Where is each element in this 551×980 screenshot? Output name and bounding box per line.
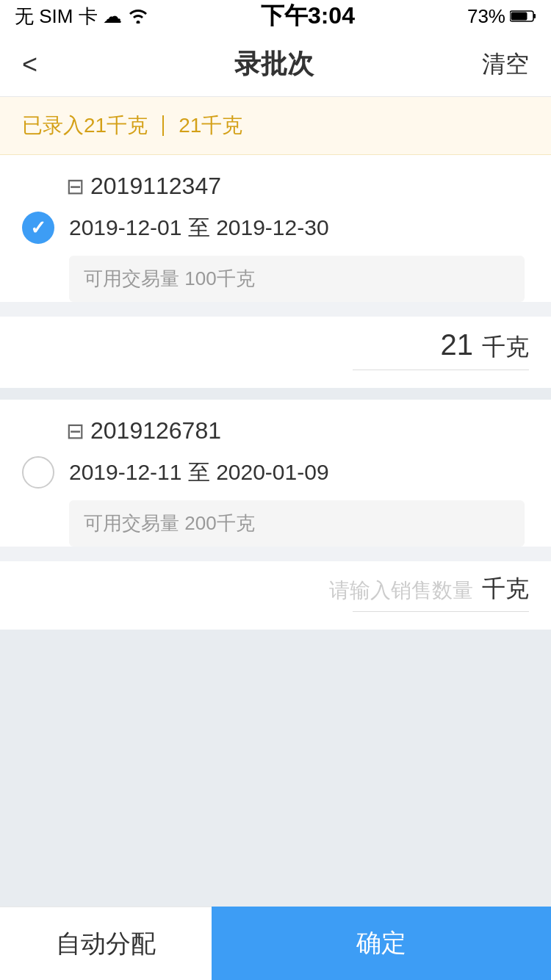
svg-rect-2	[511, 12, 527, 21]
status-left: 无 SIM 卡 ☁	[15, 4, 148, 29]
wifi-icon	[128, 9, 148, 24]
status-right: 73%	[467, 5, 536, 28]
batch-date-row-2[interactable]: 2019-12-11 至 2020-01-09	[22, 456, 529, 489]
card-divider	[0, 388, 551, 400]
status-time: 下午3:04	[261, 0, 355, 32]
battery-icon	[510, 10, 536, 23]
status-bar: 无 SIM 卡 ☁ 下午3:04 73%	[0, 0, 551, 32]
page-title: 录批次	[234, 46, 314, 82]
recorded-value: 21千克	[179, 112, 242, 140]
svg-rect-1	[533, 14, 536, 18]
batch-date-row-1[interactable]: ✓ 2019-12-01 至 2019-12-30	[22, 212, 529, 244]
batch-id-2: 2019126781	[90, 417, 221, 444]
quantity-display-1: 21 千克	[22, 328, 529, 364]
recorded-label: 已录入21千克	[22, 112, 148, 140]
quantity-unit-1: 千克	[482, 331, 529, 364]
quantity-input-2[interactable]	[267, 576, 473, 603]
sim-label: 无 SIM 卡 ☁	[15, 4, 122, 29]
available-row-1: 可用交易量 100千克	[69, 256, 529, 302]
radio-checked-1[interactable]: ✓	[22, 212, 54, 244]
input-quantity-row-2: 千克	[0, 561, 551, 630]
available-row-2: 可用交易量 200千克	[69, 500, 529, 547]
battery-percent: 73%	[467, 5, 505, 28]
quantity-container-1: 21 千克	[0, 317, 551, 388]
batch-item-2: ⊟ 2019126781 2019-12-11 至 2020-01-09 可用交…	[0, 400, 551, 547]
radio-unchecked-2[interactable]	[22, 456, 54, 489]
batch-item-1: ⊟ 2019112347 ✓ 2019-12-01 至 2019-12-30 可…	[0, 155, 551, 302]
available-box-2: 可用交易量 200千克	[69, 500, 525, 547]
batch-date-2: 2019-12-11 至 2020-01-09	[69, 458, 329, 488]
available-box-1: 可用交易量 100千克	[69, 256, 525, 302]
input-qty-inner: 千克	[22, 573, 529, 605]
info-banner: 已录入21千克 21千克	[0, 97, 551, 155]
qty-unit-2: 千克	[482, 573, 529, 605]
batch-id-row-1: ⊟ 2019112347	[22, 173, 529, 200]
quantity-value-1: 21	[441, 328, 474, 361]
batch-id-row-2: ⊟ 2019126781	[22, 417, 529, 444]
batch-id-1: 2019112347	[90, 173, 221, 200]
batch-date-1: 2019-12-01 至 2019-12-30	[69, 213, 329, 243]
auto-distribute-button[interactable]: 自动分配	[0, 907, 212, 980]
nav-bar: < 录批次 清空	[0, 32, 551, 97]
info-divider	[162, 115, 164, 136]
back-button[interactable]: <	[22, 49, 66, 80]
checkmark-1: ✓	[30, 217, 46, 239]
batch-icon-1: ⊟	[66, 173, 84, 199]
separator-2	[353, 611, 529, 612]
batch-icon-2: ⊟	[66, 418, 84, 444]
confirm-button[interactable]: 确定	[212, 907, 551, 980]
clear-button[interactable]: 清空	[482, 48, 529, 81]
bottom-bar: 自动分配 确定	[0, 907, 551, 980]
separator-1	[353, 370, 529, 370]
